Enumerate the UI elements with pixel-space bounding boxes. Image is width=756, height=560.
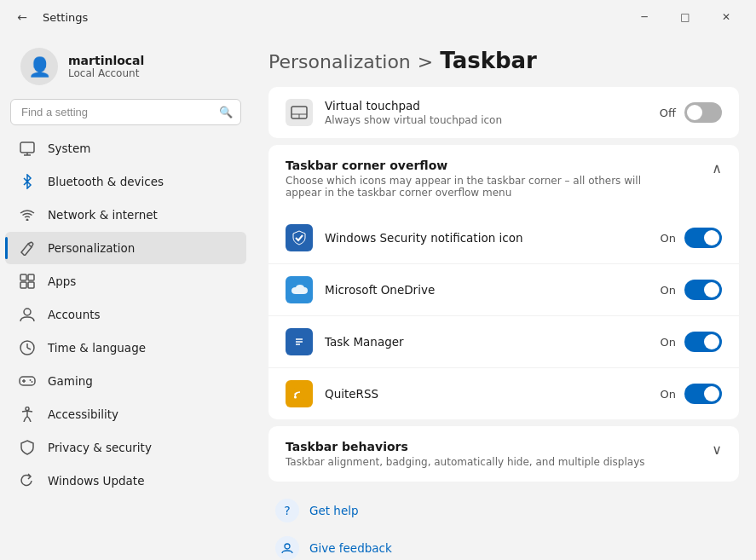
onedrive-toggle[interactable] bbox=[684, 280, 722, 300]
svg-line-14 bbox=[27, 348, 31, 349]
search-input[interactable] bbox=[10, 99, 241, 125]
breadcrumb-current: Taskbar bbox=[440, 48, 537, 73]
taskbar-corner-overflow-header-text: Taskbar corner overflow Choose which ico… bbox=[286, 159, 661, 199]
sidebar-item-gaming[interactable]: Gaming bbox=[5, 365, 246, 397]
window-title: Settings bbox=[43, 11, 88, 24]
taskbar-behaviors-desc: Taskbar alignment, badging, automaticall… bbox=[286, 456, 645, 468]
onedrive-row: Microsoft OneDrive On bbox=[268, 264, 739, 316]
svg-point-19 bbox=[32, 381, 33, 383]
onedrive-text: Microsoft OneDrive bbox=[325, 283, 661, 297]
sidebar-item-time[interactable]: Time & language bbox=[5, 332, 246, 364]
sidebar-item-apps[interactable]: Apps bbox=[5, 265, 246, 297]
user-name: martinlocal bbox=[68, 54, 144, 67]
virtual-touchpad-title: Virtual touchpad bbox=[325, 99, 660, 113]
get-help-icon: ? bbox=[275, 499, 299, 522]
get-help-link[interactable]: Get help bbox=[309, 504, 359, 517]
avatar: 👤 bbox=[20, 48, 58, 85]
taskbar-corner-overflow-card: Taskbar corner overflow Choose which ico… bbox=[268, 145, 739, 419]
user-info: martinlocal Local Account bbox=[68, 54, 144, 79]
windows-security-value: On bbox=[661, 232, 676, 245]
give-feedback-link[interactable]: Give feedback bbox=[309, 541, 392, 555]
sidebar-item-accessibility[interactable]: Accessibility bbox=[5, 398, 246, 430]
svg-point-31 bbox=[285, 544, 290, 549]
quiterss-icon bbox=[286, 380, 313, 407]
sidebar-item-update[interactable]: Windows Update bbox=[5, 465, 246, 497]
system-icon bbox=[19, 140, 36, 157]
breadcrumb-separator: > bbox=[418, 51, 433, 72]
app-body: 👤 martinlocal Local Account 🔍 bbox=[0, 34, 756, 560]
virtual-touchpad-desc: Always show virtual touchpad icon bbox=[325, 114, 660, 126]
virtual-touchpad-card: Virtual touchpad Always show virtual tou… bbox=[268, 87, 739, 138]
taskbar-corner-overflow-chevron: ∧ bbox=[712, 160, 722, 176]
taskbar-behaviors-header[interactable]: Taskbar behaviors Taskbar alignment, bad… bbox=[268, 426, 739, 482]
virtual-touchpad-icon bbox=[286, 99, 313, 126]
task-manager-text: Task Manager bbox=[325, 335, 661, 349]
svg-point-11 bbox=[24, 309, 31, 315]
quiterss-text: QuiteRSS bbox=[325, 387, 661, 401]
accessibility-icon bbox=[19, 406, 36, 423]
quiterss-title: QuiteRSS bbox=[325, 387, 661, 401]
svg-line-5 bbox=[32, 242, 33, 244]
bluetooth-icon bbox=[19, 173, 36, 190]
user-account-type: Local Account bbox=[68, 67, 144, 79]
windows-security-toggle[interactable] bbox=[684, 228, 722, 248]
svg-point-20 bbox=[26, 407, 29, 411]
virtual-touchpad-row: Virtual touchpad Always show virtual tou… bbox=[268, 87, 739, 138]
sidebar-item-network-label: Network & internet bbox=[48, 208, 158, 222]
maximize-button[interactable]: □ bbox=[666, 3, 705, 31]
give-feedback-row[interactable]: Give feedback bbox=[272, 529, 736, 560]
sidebar-item-system[interactable]: System bbox=[5, 132, 246, 165]
title-bar-left: ← Settings bbox=[10, 5, 88, 29]
taskbar-behaviors-card: Taskbar behaviors Taskbar alignment, bad… bbox=[268, 426, 739, 482]
onedrive-icon bbox=[286, 276, 313, 303]
minimize-button[interactable]: ─ bbox=[625, 3, 664, 31]
window-controls: ─ □ ✕ bbox=[625, 3, 746, 31]
sidebar-item-system-label: System bbox=[48, 141, 90, 155]
virtual-touchpad-text: Virtual touchpad Always show virtual tou… bbox=[325, 99, 660, 126]
virtual-touchpad-toggle[interactable] bbox=[684, 102, 722, 123]
onedrive-control: On bbox=[661, 280, 722, 300]
back-button[interactable]: ← bbox=[10, 5, 34, 29]
gaming-icon bbox=[19, 372, 36, 390]
taskbar-behaviors-title: Taskbar behaviors bbox=[286, 440, 645, 453]
sidebar-item-accounts-label: Accounts bbox=[48, 308, 101, 321]
sidebar-item-bluetooth[interactable]: Bluetooth & devices bbox=[5, 165, 246, 198]
get-help-row[interactable]: ? Get help bbox=[272, 492, 736, 529]
svg-rect-8 bbox=[28, 274, 34, 280]
svg-line-6 bbox=[32, 244, 33, 247]
sidebar-item-personalization[interactable]: Personalization bbox=[5, 232, 246, 264]
task-manager-value: On bbox=[661, 336, 676, 349]
sidebar-item-accessibility-label: Accessibility bbox=[48, 407, 118, 421]
sidebar-item-accounts[interactable]: Accounts bbox=[5, 298, 246, 331]
task-manager-toggle[interactable] bbox=[684, 332, 722, 352]
svg-rect-9 bbox=[20, 282, 26, 288]
windows-security-icon bbox=[286, 224, 313, 251]
sidebar-item-privacy-label: Privacy & security bbox=[48, 441, 152, 454]
svg-point-30 bbox=[294, 396, 297, 399]
network-icon bbox=[19, 206, 36, 223]
onedrive-title: Microsoft OneDrive bbox=[325, 283, 661, 297]
task-manager-row: Task Manager On bbox=[268, 316, 739, 368]
task-manager-title: Task Manager bbox=[325, 335, 661, 349]
task-manager-icon bbox=[286, 328, 313, 355]
svg-rect-7 bbox=[20, 274, 26, 280]
windows-security-row: Windows Security notification icon On bbox=[268, 212, 739, 264]
page-header: Personalization > Taskbar bbox=[268, 34, 739, 87]
quiterss-toggle[interactable] bbox=[684, 384, 722, 404]
svg-point-18 bbox=[30, 379, 32, 381]
close-button[interactable]: ✕ bbox=[707, 3, 746, 31]
taskbar-corner-overflow-header[interactable]: Taskbar corner overflow Choose which ico… bbox=[268, 145, 739, 212]
sidebar-item-network[interactable]: Network & internet bbox=[5, 199, 246, 231]
sidebar: 👤 martinlocal Local Account 🔍 bbox=[0, 34, 251, 560]
sidebar-item-update-label: Windows Update bbox=[48, 474, 144, 488]
personalization-icon bbox=[19, 240, 36, 257]
sidebar-item-personalization-label: Personalization bbox=[48, 241, 135, 255]
sidebar-item-privacy[interactable]: Privacy & security bbox=[5, 431, 246, 464]
svg-rect-10 bbox=[28, 282, 34, 288]
search-icon: 🔍 bbox=[219, 106, 233, 118]
toggle-thumb bbox=[704, 230, 719, 245]
user-profile[interactable]: 👤 martinlocal Local Account bbox=[7, 34, 245, 95]
search-box: 🔍 bbox=[10, 99, 241, 125]
svg-line-4 bbox=[28, 242, 32, 244]
svg-rect-15 bbox=[20, 377, 35, 385]
